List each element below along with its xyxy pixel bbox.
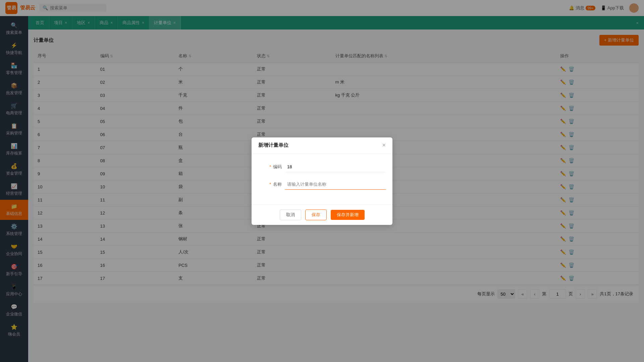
code-label: * 编码	[258, 164, 285, 170]
code-input[interactable]	[285, 162, 386, 172]
form-row-code: * 编码	[258, 162, 386, 172]
form-row-name: * 名称	[258, 179, 386, 190]
cancel-button[interactable]: 取消	[280, 209, 301, 220]
required-mark-name: *	[269, 182, 271, 187]
modal-footer: 取消 保存 保存并新增	[252, 204, 392, 225]
modal-close-button[interactable]: ×	[382, 142, 386, 148]
add-measure-modal: 新增计量单位 × * 编码 * 名称 取消 保存 保存并新增	[252, 137, 392, 225]
name-label: * 名称	[258, 181, 285, 187]
save-and-new-button[interactable]: 保存并新增	[331, 210, 365, 220]
modal-overlay: 新增计量单位 × * 编码 * 名称 取消 保存 保存并新增	[0, 0, 644, 362]
modal-title: 新增计量单位	[258, 142, 288, 148]
required-mark-code: *	[269, 164, 271, 169]
modal-header: 新增计量单位 ×	[252, 137, 392, 154]
name-input[interactable]	[285, 179, 386, 190]
save-button[interactable]: 保存	[305, 209, 327, 220]
modal-body: * 编码 * 名称	[252, 154, 392, 204]
